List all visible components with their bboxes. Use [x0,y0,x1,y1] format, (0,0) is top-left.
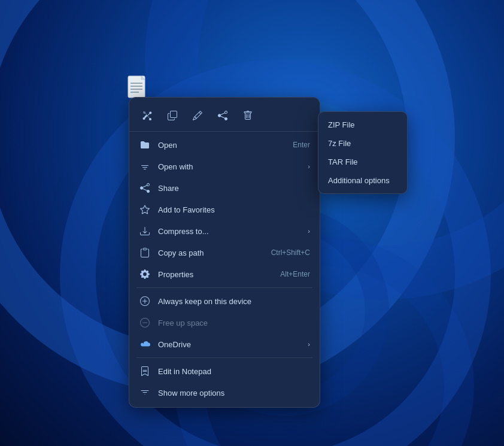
openwith-label: Open with [158,162,303,171]
properties-label: Properties [158,270,271,279]
menu-item-add-favorites[interactable]: Add to Favorites [129,199,320,220]
compress-arrow: › [308,227,310,235]
openwith-icon [139,160,151,172]
edit-notepad-label: Edit in Notepad [158,367,310,376]
onedrive-label: OneDrive [158,340,303,349]
showmore-icon [139,387,151,399]
menu-item-always-keep[interactable]: Always keep on this device [129,290,320,312]
open-icon [139,139,151,151]
divider-2 [136,357,312,358]
onedrive-icon [139,338,151,350]
star-icon [139,204,151,216]
share-icon [139,182,151,194]
toolbar [129,101,320,132]
copy-path-label: Copy as path [158,248,262,257]
compress-icon [139,225,151,237]
freeup-icon [139,317,151,329]
delete-button[interactable] [237,105,259,126]
free-up-label: Free up space [158,318,310,327]
notepad-icon [139,365,151,377]
divider-1 [136,287,312,288]
menu-item-edit-notepad[interactable]: Edit in Notepad [129,360,320,382]
copy-button[interactable] [162,105,183,126]
submenu-item-7z[interactable]: 7z File [318,134,407,153]
7z-label: 7z File [328,139,351,148]
share-label: Share [158,184,310,193]
open-shortcut: Enter [293,141,310,149]
show-more-label: Show more options [158,389,310,398]
compress-submenu: ZIP File 7z File TAR File Additional opt… [318,111,408,194]
menu-item-copy-path[interactable]: Copy as path Ctrl+Shift+C [129,242,320,263]
properties-shortcut: Alt+Enter [280,270,310,278]
compress-label: Compress to... [158,227,303,236]
submenu-item-tar[interactable]: TAR File [318,153,407,171]
menu-item-show-more[interactable]: Show more options [129,382,320,403]
onedrive-arrow: › [308,341,310,348]
always-keep-label: Always keep on this device [158,297,310,306]
cut-button[interactable] [136,105,158,126]
add-favorites-label: Add to Favorites [158,205,310,214]
additional-label: Additional options [328,176,390,185]
rename-button[interactable] [187,105,208,126]
menu-item-properties[interactable]: Properties Alt+Enter [129,263,320,285]
share-toolbar-button[interactable] [212,105,233,126]
menu-item-compress[interactable]: Compress to... › [129,220,320,242]
open-label: Open [158,141,283,150]
submenu-item-zip[interactable]: ZIP File [318,116,407,134]
openwith-arrow: › [308,163,310,170]
menu-item-free-up: Free up space [129,312,320,333]
menu-item-onedrive[interactable]: OneDrive › [129,333,320,355]
menu-item-open-with[interactable]: Open with › [129,156,320,177]
zip-label: ZIP File [328,120,355,129]
properties-icon [139,268,151,280]
alwayskeep-icon [139,295,151,307]
copypath-icon [139,247,151,259]
menu-item-open[interactable]: Open Enter [129,134,320,156]
submenu-item-additional[interactable]: Additional options [318,171,407,190]
context-menu: Open Enter Open with › Share Add to Favo… [129,97,320,408]
tar-label: TAR File [328,157,358,166]
menu-item-share[interactable]: Share [129,177,320,199]
copy-path-shortcut: Ctrl+Shift+C [271,248,310,257]
